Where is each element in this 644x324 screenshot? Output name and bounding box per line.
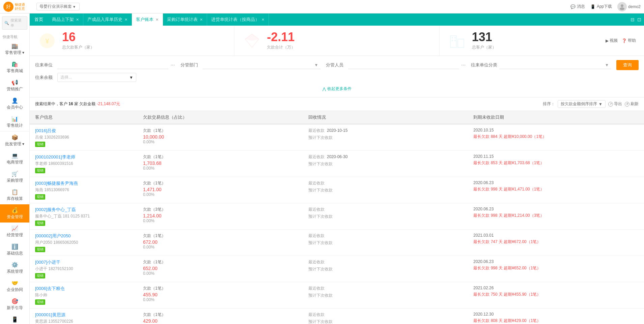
recovery-cell-7: 最近收款 预计下次收款 xyxy=(308,312,474,324)
video-helper-button[interactable]: ▶ 视频 xyxy=(606,38,618,43)
customer-name-4[interactable]: [000002]用户2050 xyxy=(35,233,71,238)
stat-helpers: ▶ 视频 ❓ 帮助 xyxy=(606,38,636,43)
collapse-icon: ⋀ xyxy=(323,87,326,91)
tab-close-product[interactable]: ✕ xyxy=(76,18,79,22)
sidebar-item-inventory[interactable]: 📋 库存核算 xyxy=(0,186,29,204)
sidebar-search[interactable]: 🔍 搜索菜单 xyxy=(0,13,29,32)
sidebar-item-enterprise[interactable]: 🤝 企业协同 xyxy=(0,277,29,295)
header-due-date: 到期未收款日期 xyxy=(473,114,639,120)
sidebar-item-marketing[interactable]: 📢 营销推广 xyxy=(0,77,29,95)
refresh-button[interactable]: ↺ 刷新 xyxy=(625,101,639,107)
app-download-button[interactable]: 📱 App下载 xyxy=(590,4,612,9)
tab-close-production[interactable]: ✕ xyxy=(124,18,128,22)
tab-customer-account[interactable]: 客户账本 ✕ xyxy=(132,13,163,26)
table-row: [0006]去下粮仓 陈小帅 现销 欠款（1笔） 455.90 0.00% 最近… xyxy=(30,282,644,308)
filter-counterparty: 往来单位 ··· xyxy=(35,61,175,69)
data-table: 客户信息 欠款交易信息（占比） 回收情况 到期未收款日期 [0016]吕俊 吕俊… xyxy=(30,111,644,324)
recovery-cell-1: 最近收款 2020-06-30 预计下次收款 xyxy=(308,154,474,173)
sidebar-item-ecommerce[interactable]: 💻 电商管理 xyxy=(0,150,29,168)
table-row: [0002]服务中心_丁磊 服务中心_丁磊 181 0125 8371 现销 欠… xyxy=(30,203,644,230)
page-content: ¥ 16 总欠款客户（家） xyxy=(30,26,644,324)
system-icon: ⚙️ xyxy=(11,262,18,268)
user-avatar[interactable]: demo2 xyxy=(617,2,641,11)
quick-nav-label: 快捷导航 xyxy=(0,32,29,40)
collapse-button[interactable]: ⋀ 收起更多条件 xyxy=(35,85,639,93)
stat-card-debt-customers: ¥ 16 总欠款客户（家） xyxy=(30,26,234,56)
sidebar: 🔍 搜索菜单 快捷导航 🏬 零售管理 ▾ 🛍️ 零售商城 📢 营销推广 👤 会员… xyxy=(0,13,30,324)
manager-input[interactable] xyxy=(348,61,459,69)
tab-maximize-button[interactable]: ⊡ xyxy=(637,17,641,22)
svg-rect-11 xyxy=(454,40,456,41)
sidebar-item-purchase[interactable]: 🛒 采购管理 xyxy=(0,168,29,186)
department-select[interactable]: ▼ xyxy=(203,61,320,69)
sort-select[interactable]: 按欠款金额倒序排序 ▼ xyxy=(558,100,606,108)
sidebar-item-app-center[interactable]: 📱 应用中心 xyxy=(0,314,29,324)
table-row: [0001020001]李老师 李老师 18600391516 现销 欠款（1笔… xyxy=(30,151,644,177)
tab-production-history[interactable]: 产成品入库单历史 ✕ xyxy=(83,13,132,26)
stats-row: ¥ 16 总欠款客户（家） xyxy=(30,26,644,56)
tab-close-stock[interactable]: ✕ xyxy=(261,18,264,22)
tab-close-purchase[interactable]: ✕ xyxy=(200,18,203,22)
due-cell-0: 2020.10.15 最长欠款 884 天 超期¥10,000.00（1笔） xyxy=(473,128,639,147)
tab-product-onoff[interactable]: 商品上下架 ✕ xyxy=(48,13,83,26)
customer-name-5[interactable]: [0007]小进干 xyxy=(35,260,60,265)
export-icon: ↗ xyxy=(608,102,613,107)
sidebar-item-retail-stats[interactable]: 📊 零售统计 xyxy=(0,113,29,131)
member-icon: 👤 xyxy=(11,97,18,104)
customer-name-7[interactable]: [000001]黄思源 xyxy=(35,312,65,317)
balance-select[interactable]: 选择... ▼ xyxy=(57,73,136,82)
tab-stock-stats[interactable]: 进货单统计表（按商品） ✕ xyxy=(207,13,269,26)
chevron-down-icon: ▾ xyxy=(73,4,75,9)
debt-customers-number: 16 xyxy=(62,31,94,43)
svg-point-0 xyxy=(621,4,623,7)
tab-purchase-stats[interactable]: 采购订单统计表 ✕ xyxy=(163,13,207,26)
sidebar-item-retail-mall[interactable]: 🛍️ 零售商城 xyxy=(0,58,29,77)
message-icon: 💬 xyxy=(570,4,576,9)
search-button[interactable]: 查询 xyxy=(616,60,639,70)
debt-cell-5: 欠款（1笔） 652.00 0.00% xyxy=(143,259,308,278)
sidebar-item-operations[interactable]: 📈 经营管理 xyxy=(0,223,29,241)
tab-close-customer[interactable]: ✕ xyxy=(156,18,159,22)
department-label: 分管部门 xyxy=(180,62,201,68)
tab-minimize-button[interactable]: ⊟ xyxy=(631,17,635,22)
debt-total-label: 欠款合计（万） xyxy=(267,45,295,50)
sidebar-item-system[interactable]: ⚙️ 系统管理 xyxy=(0,259,29,277)
counterparty-dots[interactable]: ··· xyxy=(170,62,175,68)
export-button[interactable]: ↗ 导出 xyxy=(608,101,622,107)
message-button[interactable]: 💬 消息 xyxy=(570,4,585,9)
sidebar-item-retail-mgmt[interactable]: 🏬 零售管理 ▾ xyxy=(0,40,29,58)
customer-name-6[interactable]: [0006]去下粮仓 xyxy=(35,286,65,291)
customer-cell-2: [0003]畅捷服务尹海燕 海燕 18513066976 现销 xyxy=(35,180,143,200)
sidebar-item-member[interactable]: 👤 会员中心 xyxy=(0,95,29,113)
industry-selector[interactable]: 母婴行业演示账套 ▾ xyxy=(36,3,80,10)
svg-text:¥: ¥ xyxy=(45,37,49,45)
header-customer-info: 客户信息 xyxy=(35,114,143,120)
tab-home[interactable]: 首页 xyxy=(30,17,48,23)
unit-category-label: 往来单位分类 xyxy=(471,62,497,68)
manager-dots[interactable]: ··· xyxy=(461,62,466,68)
sidebar-item-wholesale-mgmt[interactable]: 📦 批发管理 ▾ xyxy=(0,131,29,150)
svg-rect-10 xyxy=(452,40,453,41)
customer-name-3[interactable]: [0002]服务中心_丁磊 xyxy=(35,207,76,212)
due-cell-7: 2020.12.30 最长欠款 808 天 超期¥429.00（1笔） xyxy=(473,312,639,324)
customer-name-0[interactable]: [0016]吕俊 xyxy=(35,128,56,133)
filter-row-1: 往来单位 ··· 分管部门 ▼ 分管人员 xyxy=(35,60,639,70)
enterprise-icon: 🤝 xyxy=(11,280,18,286)
help-helper-button[interactable]: ❓ 帮助 xyxy=(622,38,636,43)
unit-category-select[interactable]: ▼ xyxy=(499,61,611,69)
customer-name-2[interactable]: [0003]畅捷服务尹海燕 xyxy=(35,181,78,186)
customer-cell-3: [0002]服务中心_丁磊 服务中心_丁磊 181 0125 8371 现销 xyxy=(35,207,143,226)
stats-icon: 📊 xyxy=(11,116,18,122)
sidebar-item-finance[interactable]: 💰 资金管理 xyxy=(0,204,29,223)
recovery-cell-4: 最近收款 预计下次收款 xyxy=(308,233,474,252)
due-cell-4: 2021.03.01 最长欠款 747 天 超期¥672.00（1笔） xyxy=(473,233,639,252)
building-icon xyxy=(448,31,467,50)
due-cell-1: 2020.11.15 最长欠款 853 天 超期¥1,703.68（1笔） xyxy=(473,154,639,173)
counterparty-input[interactable] xyxy=(57,61,168,69)
customer-name-1[interactable]: [0001020001]李老师 xyxy=(35,154,75,159)
purchase-icon: 🛒 xyxy=(11,171,18,177)
sidebar-item-guide[interactable]: 🎯 新手引导 xyxy=(0,295,29,314)
sidebar-item-basic-info[interactable]: ℹ️ 基础信息 xyxy=(0,241,29,259)
customer-cell-5: [0007]小进干 小进干 18279152100 现销 xyxy=(35,259,143,278)
customer-phone-0: 吕俊 13026203696 xyxy=(35,135,143,140)
